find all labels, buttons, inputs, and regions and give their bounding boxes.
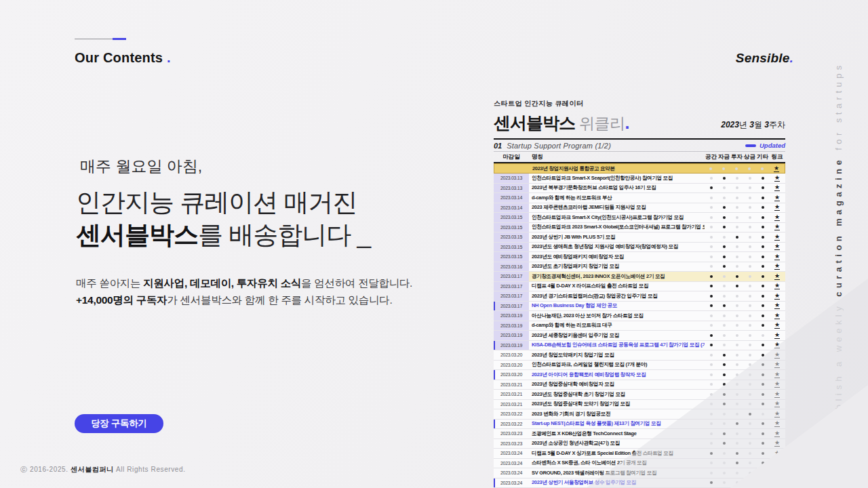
table-row[interactable]: 2023.03.22 Start-up NEST(스타트업 육성 플랫폼) 제1… bbox=[494, 420, 785, 430]
table-row[interactable]: 2023.03.17 NH Open Business Day 협업 제안 공모… bbox=[494, 302, 785, 312]
star-link-icon[interactable]: ★ bbox=[774, 352, 780, 359]
table-row[interactable]: 2023.03.20 인천스타트업파크, 스케일업 챌린지랩 모집 (7개 분야… bbox=[494, 361, 785, 371]
program-name-link[interactable]: KISA-DB손해보험 인슈어테크 스타트업 공동육성 프로그램 4기 참가기업… bbox=[529, 342, 705, 348]
table-row[interactable]: 2023.03.13 인천스타트업파크 Smart-X Seaport(인천항만… bbox=[494, 174, 785, 184]
link-cell[interactable]: ★ bbox=[769, 381, 785, 388]
star-link-icon[interactable]: ★ bbox=[774, 460, 780, 466]
star-link-icon[interactable]: ★ bbox=[774, 470, 780, 476]
star-link-icon[interactable]: ★ bbox=[774, 342, 780, 348]
program-name-link[interactable]: 경기창조경제혁신센터, 2023 INNOX 오픈이노베이션 2기 모집 bbox=[529, 273, 705, 280]
program-name-link[interactable]: 2023년도 예비창업패키지 예비창업자 모집 bbox=[529, 253, 705, 260]
star-link-icon[interactable]: ★ bbox=[774, 430, 780, 437]
star-link-icon[interactable]: ★ bbox=[774, 214, 780, 221]
star-link-icon[interactable]: ★ bbox=[774, 322, 780, 329]
program-name-link[interactable]: 2023년 북부경기문화창조허브 스타트업 입주사 16기 모집 bbox=[529, 184, 705, 191]
program-name-link[interactable]: 디캠프 5월 D-DAY X 싱가포르 Special Edition 출전 스… bbox=[529, 450, 705, 457]
table-row[interactable]: 2023.03.21 2023년도 창업중심대학 도약기 창업기업 모집 ★ bbox=[494, 400, 785, 410]
star-link-icon[interactable]: ★ bbox=[774, 381, 780, 388]
program-name-link[interactable]: 2023년 창업지원사업 통합공고 요약본 bbox=[530, 165, 704, 172]
link-cell[interactable]: ★ bbox=[769, 234, 785, 241]
program-name-link[interactable]: 2023년도 창업중심대학 도약기 창업기업 모집 bbox=[529, 401, 705, 407]
link-cell[interactable]: ★ bbox=[769, 332, 785, 339]
table-row[interactable]: 2023.03.19 아산나눔재단, 2023 아산 보이저 참가 스타트업 모… bbox=[494, 311, 785, 321]
link-cell[interactable]: ★ bbox=[769, 204, 785, 211]
program-name-link[interactable]: 디캠프 4월 D-DAY X 라이프스타일 출전 스타트업 모집 bbox=[529, 283, 705, 289]
program-name-link[interactable]: d-camp와 함께 하는 리모트워크 대구 bbox=[529, 322, 705, 329]
link-cell[interactable]: ★ bbox=[769, 391, 785, 398]
table-row[interactable]: 2023.03.15 인천스타트업파크 Smart-X City(인천도시공사)… bbox=[494, 213, 785, 223]
link-cell[interactable]: ★ bbox=[769, 224, 785, 230]
table-row[interactable]: 2023.03.22 2023 변화와 기회의 경기 창업공모전 ★ bbox=[494, 409, 785, 420]
table-row[interactable]: 2023.03.20 2023년 창업도약패키지 창업기업 모집 ★ bbox=[494, 350, 785, 361]
program-name-link[interactable]: 2023년 창업중심대학 예비창업자 모집 bbox=[529, 381, 705, 388]
table-row[interactable]: 2023.03.23 2023년 소상공인 청년사관학교(4기) 모집 ★ bbox=[494, 439, 785, 449]
link-cell[interactable]: ★ bbox=[769, 352, 785, 359]
link-cell[interactable]: ★ bbox=[769, 273, 785, 280]
link-cell[interactable]: ★ bbox=[769, 440, 785, 447]
star-link-icon[interactable]: ★ bbox=[774, 312, 780, 319]
table-row[interactable]: 2023.03.16 2023년도 초기창업패키지 창업기업 모집 ★ bbox=[494, 262, 785, 272]
link-cell[interactable]: ★ bbox=[769, 420, 785, 427]
star-link-icon[interactable]: ★ bbox=[774, 184, 780, 191]
star-link-icon[interactable]: ★ bbox=[774, 224, 780, 230]
star-link-icon[interactable]: ★ bbox=[774, 165, 779, 172]
link-cell[interactable]: ★ bbox=[769, 184, 785, 191]
table-row[interactable]: 2023.03.24 디캠프 5월 D-DAY X 싱가포르 Special E… bbox=[494, 449, 785, 459]
star-link-icon[interactable]: ★ bbox=[774, 195, 780, 201]
link-cell[interactable]: ★ bbox=[769, 401, 785, 407]
subscribe-button[interactable]: 당장 구독하기 bbox=[75, 414, 163, 433]
link-cell[interactable]: ★ bbox=[769, 293, 785, 300]
program-name-link[interactable]: Start-up NEST(스타트업 육성 플랫폼) 제13기 참여기업 모집 bbox=[529, 420, 705, 427]
link-cell[interactable]: ★ bbox=[769, 253, 785, 260]
table-row[interactable]: 2023.03.13 2023년 북부경기문화창조허브 스타트업 입주사 16기… bbox=[494, 184, 785, 194]
link-cell[interactable]: ★ bbox=[769, 195, 785, 201]
table-row[interactable]: 2023.03.19 KISA-DB손해보험 인슈어테크 스타트업 공동육성 프… bbox=[494, 341, 785, 351]
table-row[interactable]: 2023.03.17 2023년 경기스타트업캠퍼스(판교) 창업공간 입주기업… bbox=[494, 291, 785, 302]
star-link-icon[interactable]: ★ bbox=[774, 234, 780, 241]
program-name-link[interactable]: 2023 변화와 기회의 경기 창업공모전 bbox=[529, 411, 705, 418]
link-cell[interactable]: ★ bbox=[769, 361, 785, 368]
star-link-icon[interactable]: ★ bbox=[774, 332, 780, 339]
table-row[interactable]: 2023.03.24 2023년 상반기 서울창업허브 성수 입주기업 모집 ★ bbox=[494, 479, 785, 488]
link-cell[interactable]: ★ bbox=[769, 322, 785, 329]
star-link-icon[interactable]: ★ bbox=[774, 450, 780, 457]
link-cell[interactable]: ★ bbox=[769, 175, 785, 182]
program-name-link[interactable]: 스타벤처스 X SK증권, 스타 이노베이션 2기 공개 모집 bbox=[529, 460, 705, 466]
table-row[interactable]: 2023.03.21 2023년 창업중심대학 예비창업자 모집 ★ bbox=[494, 380, 785, 390]
program-name-link[interactable]: 2023년도 초기창업패키지 창업기업 모집 bbox=[529, 263, 705, 270]
table-row[interactable]: 2023.03.15 2023년도 예비창업패키지 예비창업자 모집 ★ bbox=[494, 252, 785, 262]
table-row[interactable]: 2023.03.24 스타벤처스 X SK증권, 스타 이노베이션 2기 공개 … bbox=[494, 459, 785, 469]
table-row[interactable]: 2023.03.20 2023년 아이디어 융합팩토리 예비창업랩 창작자 모집… bbox=[494, 370, 785, 380]
star-link-icon[interactable]: ★ bbox=[774, 283, 780, 289]
link-cell[interactable]: ★ bbox=[769, 214, 785, 221]
table-row[interactable]: 2023년 창업지원사업 통합공고 요약본 ★ bbox=[494, 163, 785, 174]
link-cell[interactable]: ★ bbox=[769, 479, 785, 486]
star-link-icon[interactable]: ★ bbox=[774, 361, 780, 368]
link-cell[interactable]: ★ bbox=[769, 283, 785, 289]
star-link-icon[interactable]: ★ bbox=[774, 293, 780, 300]
program-name-link[interactable]: 아산나눔재단, 2023 아산 보이저 참가 스타트업 모집 bbox=[529, 312, 705, 319]
link-cell[interactable]: ★ bbox=[769, 342, 785, 348]
link-cell[interactable]: ★ bbox=[769, 243, 785, 250]
program-name-link[interactable]: SV GROUND, 2023 액셀러레이팅 프로그램 참여기업 모집 bbox=[529, 470, 705, 476]
table-row[interactable]: 2023.03.17 디캠프 4월 D-DAY X 라이프스타일 출전 스타트업… bbox=[494, 282, 785, 292]
table-row[interactable]: 2023.03.15 2023년도 생애최초 청년창업 지원사업 예비창업자(창… bbox=[494, 243, 785, 253]
star-link-icon[interactable]: ★ bbox=[774, 175, 780, 182]
program-name-link[interactable]: 2023년 경기스타트업캠퍼스(판교) 창업공간 입주기업 모집 bbox=[529, 293, 705, 300]
table-row[interactable]: 2023.03.23 조광페인트 X KDB산업은행 TechConnect S… bbox=[494, 429, 785, 439]
star-link-icon[interactable]: ★ bbox=[774, 302, 780, 309]
table-row[interactable]: 2023.03.19 d-camp와 함께 하는 리모트워크 대구 ★ bbox=[494, 321, 785, 331]
star-link-icon[interactable]: ★ bbox=[774, 401, 780, 407]
star-link-icon[interactable]: ★ bbox=[774, 243, 780, 250]
link-cell[interactable]: ★ bbox=[769, 460, 785, 466]
star-link-icon[interactable]: ★ bbox=[774, 411, 780, 418]
table-row[interactable]: 2023.03.14 d-camp와 함께 하는 리모트워크 부산 ★ bbox=[494, 193, 785, 203]
star-link-icon[interactable]: ★ bbox=[774, 263, 780, 270]
table-row[interactable]: 2023.03.19 2023년 세종창업키움센터 입주기업 모집 ★ bbox=[494, 331, 785, 341]
program-name-link[interactable]: 2023년 아이디어 융합팩토리 예비창업랩 창작자 모집 bbox=[529, 371, 705, 378]
program-name-link[interactable]: 2023년 상반기 JB With PLUS 5기 모집 bbox=[529, 234, 705, 241]
program-name-link[interactable]: 인천스타트업파크, 스케일업 챌린지랩 모집 (7개 분야) bbox=[529, 361, 705, 368]
program-name-link[interactable]: 2023년 상반기 서울창업허브 성수 입주기업 모집 bbox=[529, 479, 705, 486]
program-name-link[interactable]: 2023년도 생애최초 청년창업 지원사업 예비창업자(창업예정자) 모집 bbox=[529, 243, 705, 250]
table-row[interactable]: 2023.03.14 2023 제주콘텐츠코리아랩 JEMI디딤돌 지원사업 모… bbox=[494, 203, 785, 214]
